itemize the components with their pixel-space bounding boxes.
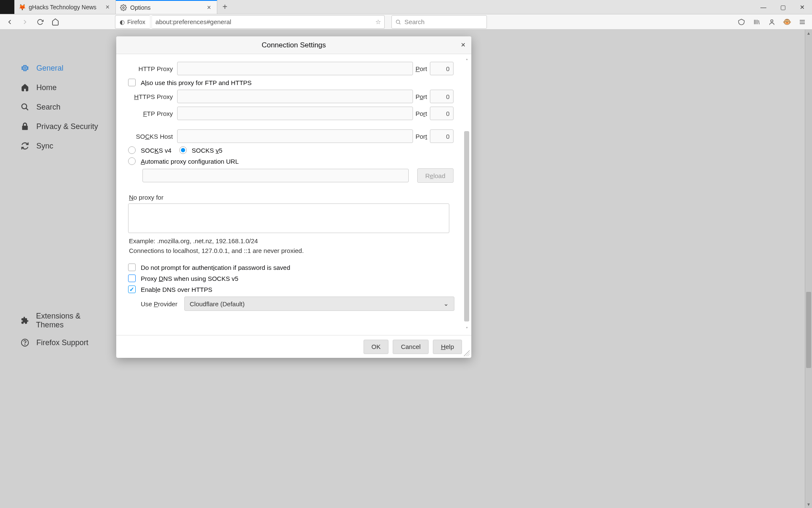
http-port-input[interactable] (430, 62, 454, 75)
svg-point-2 (771, 19, 773, 22)
proxy-dns-label: Proxy DNS when using SOCKS v5 (141, 275, 238, 282)
http-proxy-input[interactable] (177, 62, 413, 75)
dialog-scrollbar[interactable]: ˄ ˅ (464, 58, 470, 332)
port-label: Port (416, 110, 427, 117)
bookmark-star-icon[interactable]: ☆ (375, 18, 381, 26)
nav-toolbar: ◐ Firefox about:preferences#general ☆ Se… (0, 14, 812, 30)
svg-point-1 (396, 20, 399, 23)
ok-button[interactable]: OK (364, 340, 389, 354)
identity-label: Firefox (127, 19, 145, 25)
close-icon[interactable]: × (205, 4, 213, 11)
port-label: Port (416, 65, 427, 72)
svg-point-0 (123, 7, 124, 8)
dialog-footer: OK Cancel Help (116, 335, 471, 358)
tab-options[interactable]: Options × (116, 0, 217, 14)
enable-doh-label: Enable DNS over HTTPS (141, 286, 212, 293)
socks-port-input[interactable] (430, 129, 454, 143)
ghacks-favicon: 🦊 (19, 4, 25, 11)
no-prompt-label: Do not prompt for authentication if pass… (141, 264, 290, 271)
socks-v5-label: SOCKS v5 (192, 147, 223, 154)
library-button[interactable] (750, 16, 763, 28)
provider-dropdown[interactable]: Cloudflare (Default) ⌄ (184, 297, 454, 311)
identity-box[interactable]: ◐ Firefox (115, 15, 150, 29)
localhost-text: Connections to localhost, 127.0.0.1, and… (129, 247, 454, 254)
account-button[interactable] (766, 16, 778, 28)
socks-v4-label: SOCKS v4 (141, 147, 172, 154)
auto-proxy-radio[interactable] (128, 157, 136, 165)
tab-strip: 🦊 gHacks Technology News × Options × + —… (0, 0, 812, 14)
no-proxy-textarea[interactable] (128, 203, 449, 233)
port-label: Port (416, 133, 427, 140)
dialog-title: Connection Settings (262, 41, 326, 49)
back-button[interactable] (3, 16, 16, 28)
dialog-body: HTTP Proxy Port Also use this proxy for … (116, 54, 471, 335)
auto-proxy-label: Automatic proxy configuration URL (141, 158, 239, 165)
no-prompt-checkbox[interactable] (128, 264, 136, 271)
example-text: Example: .mozilla.org, .net.nz, 192.168.… (129, 237, 454, 244)
tab-label: gHacks Technology News (29, 4, 101, 11)
search-bar[interactable]: Search (391, 15, 487, 29)
monkey-icon[interactable]: 🐵 (781, 16, 793, 28)
hamburger-menu-button[interactable] (796, 16, 809, 28)
help-button[interactable]: Help (433, 340, 462, 354)
use-provider-label: Use Provider (141, 300, 178, 308)
close-icon[interactable]: × (104, 3, 111, 11)
ftp-proxy-label: FTP Proxy (128, 110, 175, 117)
chevron-down-icon: ⌄ (443, 300, 449, 308)
reload-button[interactable]: Reload (417, 168, 454, 183)
search-placeholder: Search (405, 18, 425, 25)
no-proxy-label: No proxy for (129, 194, 454, 201)
scrollbar-thumb[interactable] (464, 131, 469, 321)
tab-ghacks[interactable]: 🦊 gHacks Technology News × (14, 0, 116, 14)
tab-label: Options (130, 4, 202, 11)
connection-settings-dialog: Connection Settings × HTTP Proxy Port Al… (116, 36, 471, 358)
enable-doh-checkbox[interactable] (128, 286, 136, 293)
socks-host-label: SOCKS Host (128, 133, 175, 140)
socks-v4-radio[interactable] (128, 146, 136, 154)
auto-proxy-url-input[interactable] (142, 169, 409, 182)
pocket-button[interactable] (735, 16, 748, 28)
home-button[interactable] (49, 16, 62, 28)
minimize-button[interactable]: — (754, 0, 773, 14)
also-use-checkbox[interactable] (128, 79, 136, 86)
https-proxy-input[interactable] (177, 90, 413, 103)
scroll-down-icon[interactable]: ˅ (464, 326, 470, 332)
ftp-port-input[interactable] (430, 107, 454, 120)
resize-grip[interactable] (464, 350, 470, 356)
maximize-button[interactable]: ▢ (773, 0, 793, 14)
ftp-proxy-input[interactable] (177, 107, 413, 120)
also-use-label: Also use this proxy for FTP and HTTPS (141, 79, 252, 86)
url-bar[interactable]: about:preferences#general ☆ (152, 15, 385, 29)
forward-button[interactable] (19, 16, 31, 28)
http-proxy-label: HTTP Proxy (128, 65, 175, 72)
new-tab-button[interactable]: + (217, 0, 232, 14)
https-proxy-label: HTTPS Proxy (128, 93, 175, 100)
url-text: about:preferences#general (156, 18, 231, 25)
close-window-button[interactable]: ✕ (793, 0, 812, 14)
gear-icon (120, 4, 127, 11)
app-menu-square[interactable] (0, 0, 14, 14)
provider-value: Cloudflare (Default) (190, 300, 245, 308)
dialog-header: Connection Settings × (116, 36, 471, 54)
reload-button[interactable] (34, 16, 46, 28)
search-icon (395, 19, 401, 25)
firefox-icon: ◐ (120, 19, 125, 25)
socks-v5-radio[interactable] (179, 146, 187, 154)
socks-host-input[interactable] (177, 129, 413, 143)
cancel-button[interactable]: Cancel (393, 340, 429, 354)
close-icon[interactable]: × (461, 41, 465, 49)
port-label: Port (416, 93, 427, 100)
https-port-input[interactable] (430, 90, 454, 103)
scroll-up-icon[interactable]: ˄ (464, 58, 470, 63)
proxy-dns-checkbox[interactable] (128, 275, 136, 282)
window-controls: — ▢ ✕ (754, 0, 812, 14)
